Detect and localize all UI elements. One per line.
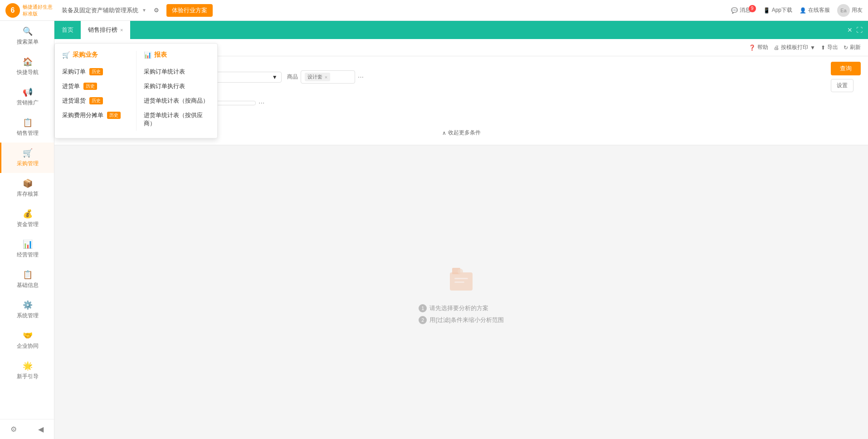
sales-icon: 📋: [23, 118, 33, 128]
svg-rect-4: [454, 281, 464, 283]
help-icon: ❓: [749, 44, 756, 51]
phone-icon: 📱: [763, 7, 770, 14]
online-service[interactable]: 👤 在线客服: [800, 6, 830, 14]
inventory-icon: 📦: [23, 178, 33, 188]
svg-point-2: [458, 269, 463, 274]
settings-icon[interactable]: ⚙: [150, 4, 163, 17]
quick-nav-icon: 🏠: [23, 57, 33, 67]
doc-status-select[interactable]: ▼: [209, 72, 282, 83]
purchase-menu-item[interactable]: 采购订单历史: [62, 64, 129, 79]
sidebar-settings-icon[interactable]: ⚙: [10, 425, 17, 434]
refresh-action[interactable]: ↻ 刷新: [844, 44, 861, 51]
empty-state: 1 请先选择要分析的方案 2 用[过滤]条件来缩小分析范围: [54, 145, 868, 439]
export-icon: ⬆: [821, 44, 825, 51]
salesperson-more-dots[interactable]: ···: [258, 99, 264, 107]
message-badge: 9: [749, 5, 756, 12]
app-download[interactable]: 📱 App下载: [763, 6, 792, 14]
avatar: Ea: [837, 4, 850, 17]
purchase-menu-column: 🛒 采购业务 采购订单历史进货单历史进货退货历史采购费用分摊单历史: [62, 51, 129, 131]
purchase-menu-title: 🛒 采购业务: [62, 51, 129, 59]
sidebar-item-inventory[interactable]: 📦库存核算: [0, 173, 54, 203]
enterprise-icon: 🤝: [23, 330, 33, 340]
sidebar-item-finance[interactable]: 💰资金管理: [0, 203, 54, 234]
doc-status-dropdown-icon: ▼: [272, 74, 278, 80]
print-action[interactable]: 🖨 按模板打印 ▼: [774, 44, 815, 51]
sidebar-item-operation[interactable]: 📊经营管理: [0, 234, 54, 264]
tab-home[interactable]: 首页: [54, 21, 81, 39]
operation-icon: 📊: [23, 239, 33, 249]
report-menu-icon: 📊: [144, 51, 151, 59]
help-action[interactable]: ❓ 帮助: [749, 44, 768, 51]
purchase-menu-icon: 🛒: [62, 51, 70, 59]
report-menu-title: 📊 报表: [144, 51, 210, 59]
goods-filter: 商品 设计套 × ···: [287, 70, 364, 84]
svg-rect-3: [454, 278, 468, 279]
industry-btn[interactable]: 体验行业方案: [166, 4, 213, 17]
tab-expand-icon[interactable]: ⛶: [856, 26, 863, 34]
basic-info-icon: 📋: [23, 270, 33, 280]
message-icon: 💬: [731, 7, 738, 14]
goods-input[interactable]: 设计套 ×: [301, 70, 355, 84]
sidebar-item-purchase[interactable]: 🛒采购管理: [0, 143, 54, 173]
query-button[interactable]: 查询: [831, 62, 861, 75]
report-menu-item[interactable]: 采购订单执行表: [144, 79, 210, 94]
goods-more-dots[interactable]: ···: [358, 73, 364, 81]
print-icon: 🖨: [774, 44, 779, 51]
service-icon: 👤: [800, 7, 806, 14]
purchase-dropdown-menu: 🛒 采购业务 采购订单历史进货单历史进货退货历史采购费用分摊单历史 📊 报表 采…: [54, 43, 218, 138]
purchase-menu-item[interactable]: 进货退货历史: [62, 94, 129, 108]
tab-bar: 首页 销售排行榜 × ✕ ⛶: [54, 21, 868, 39]
sidebar-item-sales[interactable]: 📋销售管理: [0, 112, 54, 143]
message-area[interactable]: 💬 消息 9: [731, 6, 756, 14]
purchase-menu-item[interactable]: 采购费用分摊单历史: [62, 108, 129, 123]
system-name: 装备及固定资产辅助管理系统: [62, 6, 138, 15]
finance-icon: 💰: [23, 209, 33, 219]
sidebar-item-basic-info[interactable]: 📋基础信息: [0, 264, 54, 295]
logo-text: 畅捷通好生意 标准版: [23, 4, 53, 17]
purchase-icon: 🛒: [23, 148, 33, 158]
filter-actions: 查询 设置: [831, 62, 861, 92]
report-menu-item[interactable]: 进货单统计表（按商品）: [144, 94, 210, 108]
report-menu-item[interactable]: 采购订单统计表: [144, 64, 210, 79]
tab-sales-rank[interactable]: 销售排行榜 ×: [81, 21, 130, 39]
sidebar-item-enterprise[interactable]: 🤝企业协同: [0, 325, 54, 355]
sidebar-item-guide[interactable]: 🌟新手引导: [0, 355, 54, 386]
sidebar-item-system[interactable]: ⚙️系统管理: [0, 295, 54, 325]
empty-illustration: [443, 259, 479, 295]
report-menu-column: 📊 报表 采购订单统计表采购订单执行表进货单统计表（按商品）进货单统计表（按供应…: [144, 51, 210, 131]
collapse-icon: ∧: [442, 130, 446, 136]
tab-close-icon[interactable]: ×: [120, 27, 123, 33]
goods-label: 商品: [287, 73, 298, 81]
export-action[interactable]: ⬆ 导出: [821, 44, 838, 51]
search-icon: 🔍: [23, 26, 33, 36]
sidebar-item-quick-nav[interactable]: 🏠快捷导航: [0, 51, 54, 82]
purchase-menu-item[interactable]: 进货单历史: [62, 79, 129, 94]
tab-close-all-icon[interactable]: ✕: [847, 26, 853, 34]
system-dropdown-arrow[interactable]: ▼: [142, 8, 146, 13]
refresh-icon: ↻: [844, 44, 848, 51]
guide-icon: 🌟: [23, 361, 33, 371]
empty-tips: 1 请先选择要分析的方案 2 用[过滤]条件来缩小分析范围: [419, 302, 503, 326]
sidebar-collapse-icon[interactable]: ◀: [38, 425, 44, 434]
user-area[interactable]: Ea 用友: [837, 4, 863, 17]
system-icon: ⚙️: [23, 300, 33, 310]
sidebar-item-search[interactable]: 🔍搜索菜单: [0, 21, 54, 51]
goods-tag: 设计套 ×: [305, 73, 330, 81]
logo-icon: 6: [5, 3, 20, 18]
print-dropdown-icon[interactable]: ▼: [810, 44, 815, 51]
sidebar-item-marketing[interactable]: 📢营销推广: [0, 82, 54, 112]
settings-button[interactable]: 设置: [831, 79, 853, 92]
report-menu-item[interactable]: 进货单统计表（按供应商）: [144, 108, 210, 131]
goods-tag-remove[interactable]: ×: [325, 74, 327, 80]
marketing-icon: 📢: [23, 87, 33, 97]
logo-area: 6 畅捷通好生意 标准版: [5, 3, 53, 18]
